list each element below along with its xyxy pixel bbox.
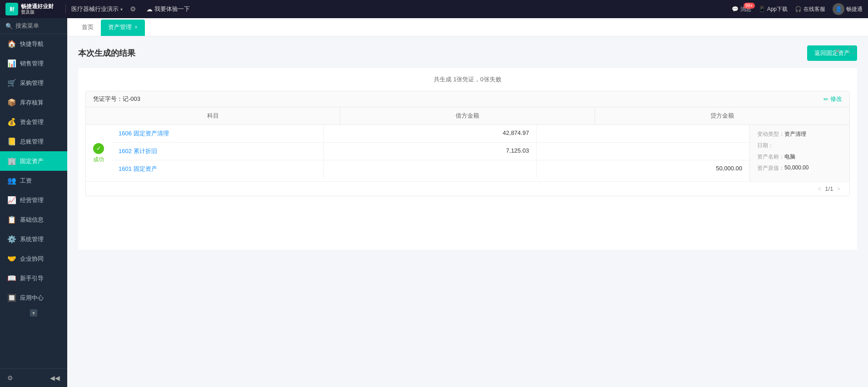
info-asset-name: 资产名称： 电脑 xyxy=(757,153,842,161)
sidebar-item-label: 经营管理 xyxy=(20,196,44,204)
result-panel: 共生成 1张凭证，0张失败 凭证字号：记-003 ✏ 修改 科目 借方金额 xyxy=(78,68,857,250)
sidebar-item-system[interactable]: ⚙️ 系统管理 xyxy=(0,229,67,249)
info-original-value: 资产原值： 50,000.00 xyxy=(757,164,842,172)
success-indicator: ✓ 成功 xyxy=(86,125,111,181)
enterprise-icon: 🤝 xyxy=(7,254,16,263)
sidebar-item-label: 应用中心 xyxy=(20,294,44,302)
th-credit: 贷方金额 xyxy=(595,107,849,124)
scroll-down-button[interactable]: ▼ xyxy=(30,309,37,317)
footer-settings-icon: ⚙ xyxy=(7,374,13,382)
asset-name-value: 电脑 xyxy=(784,153,795,161)
logo-main: 畅捷通好业财 xyxy=(21,3,54,10)
messages-button[interactable]: 💬 消息 99+ xyxy=(732,5,751,13)
sales-icon: 📊 xyxy=(7,59,16,68)
sidebar-search[interactable]: 🔍 搜索菜单 xyxy=(0,18,67,34)
sidebar-collapse-button[interactable]: ◀◀ xyxy=(48,372,62,383)
search-icon: 🔍 xyxy=(5,23,13,30)
experience-button[interactable]: ☁ 我要体验一下 xyxy=(143,5,193,13)
row-1-credit xyxy=(537,125,749,142)
app-download-button[interactable]: 📱 App下载 xyxy=(759,5,788,13)
company-selector[interactable]: 医疗器械行业演示 ▾ xyxy=(71,5,123,13)
row-2-debit: 7,125.03 xyxy=(324,143,536,160)
prev-page-button[interactable]: < xyxy=(816,185,823,192)
sidebar-item-app-center[interactable]: 🔲 应用中心 xyxy=(0,288,67,308)
sidebar-item-basic-info[interactable]: 📋 基础信息 xyxy=(0,210,67,229)
row-1-subject[interactable]: 1606 固定资产清理 xyxy=(111,125,324,142)
table-header: 科目 借方金额 贷方金额 xyxy=(86,107,849,125)
page-info: 1/1 xyxy=(825,185,833,192)
result-summary: 共生成 1张凭证，0张失败 xyxy=(85,75,850,84)
sidebar-item-inventory[interactable]: 📦 库存核算 xyxy=(0,93,67,112)
tab-asset-management[interactable]: 资产管理 × xyxy=(101,20,145,36)
sidebar-item-capital[interactable]: 💰 资金管理 xyxy=(0,112,67,132)
row-2-subject[interactable]: 1602 累计折旧 xyxy=(111,143,324,160)
tab-bar: 首页 资产管理 × xyxy=(67,18,868,36)
sidebar-item-ledger[interactable]: 📒 总账管理 xyxy=(0,132,67,151)
sidebar-item-purchase[interactable]: 🛒 采购管理 xyxy=(0,73,67,93)
settings-icon[interactable]: ⚙ xyxy=(126,3,139,15)
cloud-icon: ☁ xyxy=(146,5,153,13)
online-service-label: 在线客服 xyxy=(804,5,825,13)
original-value-label: 资产原值： xyxy=(757,164,784,172)
fixed-assets-icon: 🏢 xyxy=(7,157,16,165)
tab-label: 资产管理 xyxy=(108,23,132,31)
table-row: 1606 固定资产清理 42,874.97 xyxy=(111,125,749,143)
sidebar-item-label: 工资 xyxy=(20,177,32,185)
chevron-down-icon: ▾ xyxy=(120,7,123,12)
page-header: 本次生成的结果 返回固定资产 xyxy=(78,45,857,61)
sidebar-item-label: 快捷导航 xyxy=(20,40,44,48)
pagination: < 1/1 > xyxy=(86,181,849,196)
salary-icon: 👥 xyxy=(7,176,16,185)
sidebar-item-operations[interactable]: 📈 经营管理 xyxy=(0,190,67,210)
page-content: 本次生成的结果 返回固定资产 ✕ ⛶ 共生成 1张凭证，0张失败 凭证字号：记-… xyxy=(67,36,868,387)
sidebar-item-label: 销售管理 xyxy=(20,60,44,68)
maximize-panel-button[interactable]: ⛶ xyxy=(846,45,857,56)
sidebar-item-label: 基础信息 xyxy=(20,216,44,224)
success-circle: ✓ xyxy=(93,143,104,154)
sidebar-item-label: 固定资产 xyxy=(20,157,44,165)
messages-badge: 99+ xyxy=(744,3,755,9)
info-date: 日期： xyxy=(757,142,842,149)
edit-button[interactable]: ✏ 修改 xyxy=(823,95,842,103)
sidebar-item-quick-nav[interactable]: 🏠 快捷导航 xyxy=(0,34,67,54)
next-page-button[interactable]: > xyxy=(835,185,842,192)
change-type-label: 变动类型： xyxy=(757,130,784,138)
edit-label: 修改 xyxy=(830,95,842,103)
sidebar-item-enterprise[interactable]: 🤝 企业协同 xyxy=(0,249,67,268)
guide-icon: 📖 xyxy=(7,274,16,283)
basic-info-icon: 📋 xyxy=(7,215,16,224)
message-icon: 💬 xyxy=(732,6,739,12)
tab-home[interactable]: 首页 xyxy=(74,20,101,36)
row-3-subject[interactable]: 1601 固定资产 xyxy=(111,160,324,178)
user-profile[interactable]: 👤 畅捷通 xyxy=(833,3,863,15)
online-service-button[interactable]: 🎧 在线客服 xyxy=(795,5,825,13)
inventory-icon: 📦 xyxy=(7,98,16,107)
experience-label: 我要体验一下 xyxy=(154,5,190,13)
user-name: 畅捷通 xyxy=(846,5,863,13)
row-3-credit: 50,000.00 xyxy=(537,160,749,178)
app-logo: 财 畅捷通好业财 普及版 xyxy=(5,3,60,15)
date-label: 日期： xyxy=(757,142,784,149)
sidebar-item-guide[interactable]: 📖 新手引导 xyxy=(0,268,67,288)
sidebar: 🔍 搜索菜单 🏠 快捷导航 📊 销售管理 🛒 采购管理 📦 库存核算 💰 资金管… xyxy=(0,18,67,387)
th-debit: 借方金额 xyxy=(340,107,595,124)
logo-sub: 普及版 xyxy=(21,10,54,15)
sidebar-item-fixed-assets[interactable]: 🏢 固定资产 xyxy=(0,151,67,171)
sidebar-item-label: 新手引导 xyxy=(20,274,44,283)
asset-name-label: 资产名称： xyxy=(757,153,784,161)
sidebar-item-label: 企业协同 xyxy=(20,255,44,263)
topbar: 财 畅捷通好业财 普及版 医疗器械行业演示 ▾ ⚙ ☁ 我要体验一下 💬 消息 … xyxy=(0,0,868,18)
edit-icon: ✏ xyxy=(823,96,828,103)
voucher-section: 凭证字号：记-003 ✏ 修改 科目 借方金额 贷方金额 xyxy=(85,91,850,196)
capital-icon: 💰 xyxy=(7,118,16,126)
footer-settings-button[interactable]: ⚙ xyxy=(5,372,15,383)
original-value-value: 50,000.00 xyxy=(784,164,808,172)
voucher-number: 凭证字号：记-003 xyxy=(93,95,140,103)
operations-icon: 📈 xyxy=(7,196,16,204)
tab-close-icon[interactable]: × xyxy=(134,24,138,30)
close-panel-button[interactable]: ✕ xyxy=(832,45,843,56)
sidebar-item-salary[interactable]: 👥 工资 xyxy=(0,171,67,190)
row-2-credit xyxy=(537,143,749,160)
sidebar-item-label: 采购管理 xyxy=(20,79,44,87)
sidebar-item-sales[interactable]: 📊 销售管理 xyxy=(0,54,67,73)
